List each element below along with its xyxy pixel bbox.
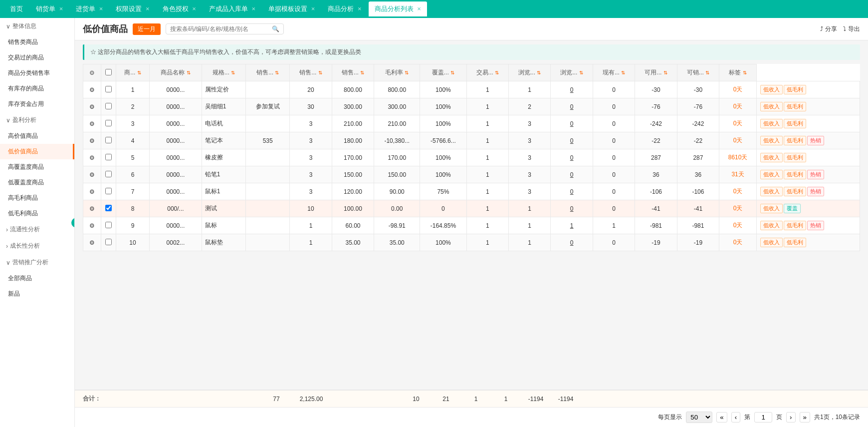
cell-view1[interactable]: 0 [551, 115, 593, 132]
page-size-select[interactable]: 50 100 200 [686, 412, 712, 423]
table-row: ⚙ 8 000/... 测试 10 100.00 0.00 0 1 1 0 0 … [83, 200, 860, 217]
search-icon[interactable]: 🔍 [272, 25, 279, 32]
view1-link[interactable]: 0 [570, 205, 574, 212]
cell-settings[interactable]: ⚙ [83, 149, 101, 166]
th-settings[interactable]: ⚙ [83, 64, 101, 81]
view1-link[interactable]: 0 [570, 188, 574, 195]
cell-settings[interactable]: ⚙ [83, 132, 101, 149]
view1-link[interactable]: 0 [570, 137, 574, 144]
cell-settings[interactable]: ⚙ [83, 166, 101, 183]
row-checkbox-7[interactable] [105, 205, 112, 211]
nav-analysis-close[interactable]: × [358, 5, 362, 12]
view1-link[interactable]: 0 [570, 120, 574, 127]
nav-analysis[interactable]: 商品分析 × [322, 1, 367, 16]
cell-view1[interactable]: 0 [551, 183, 593, 200]
last-page-btn[interactable]: » [800, 412, 810, 423]
nav-purchase-close[interactable]: × [99, 5, 103, 12]
nav-sales-close[interactable]: × [59, 5, 63, 12]
cell-view1[interactable]: 0 [551, 81, 593, 98]
view1-link[interactable]: 1 [570, 222, 574, 229]
view1-link[interactable]: 0 [570, 86, 574, 93]
sidebar-group-marketing[interactable]: ∨ 营销推广分析 [0, 254, 74, 271]
cell-view1[interactable]: 0 [551, 234, 593, 251]
row-checkbox-1[interactable] [105, 103, 112, 109]
row-checkbox-2[interactable] [105, 120, 112, 126]
search-input[interactable] [170, 25, 270, 32]
sidebar-item-high-margin[interactable]: 高毛利商品 [0, 190, 74, 206]
nav-purchase[interactable]: 进货单 × [70, 1, 109, 16]
cell-view1[interactable]: 0 [551, 149, 593, 166]
row-checkbox-8[interactable] [105, 222, 112, 228]
cell-view1[interactable]: 0 [551, 98, 593, 115]
sidebar-item-sales-products[interactable]: 销售类商品 [0, 34, 74, 50]
next-page-btn[interactable]: › [786, 412, 795, 423]
cell-check [101, 149, 116, 166]
row-checkbox-6[interactable] [105, 188, 112, 194]
cell-tags: 低收入低毛利 [756, 149, 860, 166]
tag: 低收入 [760, 238, 783, 247]
cell-stock: -19 [635, 234, 677, 251]
sidebar-item-low-coverage[interactable]: 低覆盖度商品 [0, 175, 74, 190]
cell-settings[interactable]: ⚙ [83, 183, 101, 200]
th-check[interactable] [101, 64, 116, 81]
sidebar-item-low-margin[interactable]: 低毛利商品 [0, 206, 74, 221]
sidebar-item-low-value[interactable]: 低价值商品 [0, 144, 74, 159]
tag: 低收入 [760, 85, 783, 94]
cell-settings[interactable]: ⚙ [83, 81, 101, 98]
page-header: 低价值商品 近一月 🔍 ⤴ 分享 ⤵ 导出 [75, 18, 868, 40]
nav-products[interactable]: 产成品入库单 × [203, 1, 261, 16]
cell-settings[interactable]: ⚙ [83, 200, 101, 217]
sidebar-group-circulation[interactable]: › 流通性分析 [0, 221, 74, 238]
filter-button[interactable]: 近一月 [133, 23, 161, 35]
nav-analysis-list[interactable]: 商品分析列表 × [369, 1, 427, 16]
sidebar-group-profit[interactable]: ∨ 盈利分析 [0, 112, 74, 128]
cell-sale-amount: 170.00 [374, 149, 420, 166]
nav-sales[interactable]: 销货单 × [30, 1, 69, 16]
nav-roles-close[interactable]: × [192, 5, 196, 12]
row-checkbox-5[interactable] [105, 171, 112, 177]
cell-settings[interactable]: ⚙ [83, 98, 101, 115]
select-all-checkbox[interactable] [105, 69, 112, 75]
cell-settings[interactable]: ⚙ [83, 115, 101, 132]
sidebar-group-general[interactable]: ∨ 整体信息 [0, 18, 74, 34]
prev-page-btn[interactable]: ‹ [731, 412, 740, 423]
sidebar-item-stock-capital[interactable]: 库存资金占用 [0, 96, 74, 112]
first-page-btn[interactable]: « [716, 412, 727, 423]
view1-link[interactable]: 0 [570, 154, 574, 161]
cell-view1[interactable]: 1 [551, 217, 593, 234]
page-number-input[interactable] [754, 412, 772, 423]
sidebar-item-category-sales[interactable]: 商品分类销售率 [0, 65, 74, 81]
row-checkbox-0[interactable] [105, 86, 112, 92]
nav-template[interactable]: 单据模板设置 × [262, 1, 321, 16]
cell-view1[interactable]: 0 [551, 132, 593, 149]
view1-link[interactable]: 0 [570, 239, 574, 246]
days-value: 31天 [731, 171, 744, 178]
nav-template-close[interactable]: × [311, 5, 315, 12]
cell-gross-margin: 100% [420, 98, 466, 115]
nav-home[interactable]: 首页 [4, 1, 29, 16]
view1-link[interactable]: 0 [570, 103, 574, 110]
export-button[interactable]: ⤵ 导出 [843, 25, 860, 33]
nav-products-close[interactable]: × [252, 5, 256, 12]
sidebar-item-high-value[interactable]: 高价值商品 [0, 128, 74, 144]
sidebar-item-high-coverage[interactable]: 高覆盖度商品 [0, 159, 74, 175]
days-value: 0天 [733, 120, 743, 127]
nav-roles[interactable]: 角色授权 × [157, 1, 202, 16]
sidebar-item-traded-products[interactable]: 交易过的商品 [0, 50, 74, 65]
cell-view1[interactable]: 0 [551, 200, 593, 217]
row-checkbox-3[interactable] [105, 137, 112, 143]
share-button[interactable]: ⤴ 分享 [820, 25, 837, 33]
sidebar-item-all-products[interactable]: 全部商品 [0, 271, 74, 286]
view1-link[interactable]: 0 [570, 171, 574, 178]
cell-settings[interactable]: ⚙ [83, 217, 101, 234]
row-checkbox-9[interactable] [105, 239, 112, 245]
cell-settings[interactable]: ⚙ [83, 234, 101, 251]
sidebar-item-stocked-products[interactable]: 有库存的商品 [0, 81, 74, 96]
sidebar-item-new-products[interactable]: 新品 [0, 286, 74, 302]
sidebar-group-growth[interactable]: › 成长性分析 [0, 238, 74, 254]
nav-permissions[interactable]: 权限设置 × [110, 1, 155, 16]
row-checkbox-4[interactable] [105, 154, 112, 160]
nav-analysis-list-close[interactable]: × [417, 5, 421, 12]
cell-view1[interactable]: 0 [551, 166, 593, 183]
nav-permissions-close[interactable]: × [146, 5, 150, 12]
